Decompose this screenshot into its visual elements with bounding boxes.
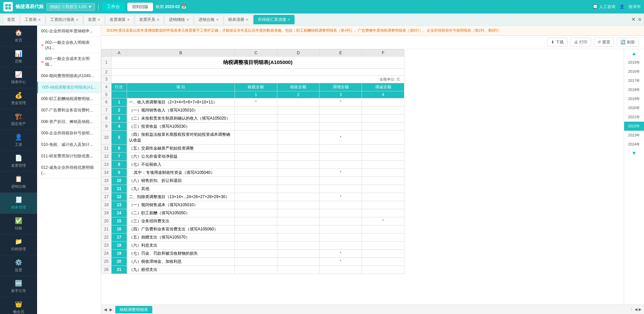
- val-12-4[interactable]: [362, 193, 404, 201]
- sidebar-item-assets[interactable]: 🏗️ 固定资产: [0, 109, 37, 130]
- val-4-2[interactable]: [277, 122, 319, 130]
- val-9-2[interactable]: [277, 168, 319, 177]
- sidebar-item-ledger[interactable]: 📊 总账: [0, 46, 37, 67]
- item-4[interactable]: （三）投资收益（填写A105030）: [127, 122, 235, 130]
- val-20-3[interactable]: *: [319, 257, 362, 265]
- year-2020[interactable]: 2020年: [624, 103, 644, 113]
- val-8-3[interactable]: [319, 160, 362, 168]
- switch-old-button[interactable]: 切到旧版: [127, 3, 153, 11]
- val-16-2[interactable]: [277, 225, 319, 233]
- val-21-3[interactable]: [319, 265, 362, 274]
- val-13-4[interactable]: [362, 201, 404, 209]
- year-nav-up[interactable]: ▲: [624, 49, 644, 58]
- item-18[interactable]: （六）利息支出: [127, 241, 235, 249]
- val-7-2[interactable]: [277, 152, 319, 160]
- val-6-4[interactable]: [362, 144, 404, 152]
- val-4-1[interactable]: [235, 122, 277, 130]
- tab-tax-settlement[interactable]: 所得税汇算清缴 ✕: [253, 15, 295, 24]
- sidebar-item-purchase[interactable]: 📋 进销台账: [0, 172, 37, 193]
- val-9-4[interactable]: [362, 168, 404, 177]
- item-11[interactable]: （九）其他: [127, 185, 235, 193]
- val-20-4[interactable]: [362, 257, 404, 265]
- sheet-tab-tax-adjust[interactable]: 纳税调整明细表: [115, 306, 152, 313]
- sub-item-012[interactable]: 012-减免企业所得税优惠明细(...: [37, 162, 101, 178]
- val-14-2[interactable]: [277, 209, 319, 217]
- item-9[interactable]: 其中：专项用途财政性资金（填写A105040）: [127, 168, 235, 177]
- user-avatar[interactable]: 👤: [619, 4, 624, 9]
- val-14-1[interactable]: [235, 209, 277, 217]
- val-5-3[interactable]: *: [319, 130, 362, 144]
- val-17-2[interactable]: [277, 233, 319, 241]
- sheet-scroll-right[interactable]: ▶: [639, 307, 641, 312]
- item-16[interactable]: （四）广告费和业务宣传费支出（填写A105060）: [127, 225, 235, 233]
- refresh-button[interactable]: 🔄 刷新: [617, 38, 639, 47]
- tab-purchase-ledger-close[interactable]: ✕: [216, 18, 219, 22]
- val-13-1[interactable]: [235, 201, 277, 209]
- val-3-3[interactable]: [319, 114, 362, 122]
- val-12-2[interactable]: [277, 193, 319, 201]
- sidebar-item-finance[interactable]: 💰 资金管理: [0, 88, 37, 109]
- val-13-3[interactable]: [319, 201, 362, 209]
- val-13-2[interactable]: [277, 201, 319, 209]
- sub-item-005[interactable]: 005-纳税调整项目明细表(A1...: [37, 82, 101, 93]
- item-12[interactable]: 二、扣除类调整项目（13+14+...24+26+27+28+29+30）: [127, 193, 235, 201]
- item-5[interactable]: （四）按权益法核算长期股权投资对初始投资成本调整确认收益: [127, 130, 235, 144]
- tab-invoice[interactable]: 发票 ✕: [84, 15, 104, 24]
- company-selector[interactable]: (物副) 江西股宝-LSS ▼: [47, 3, 95, 11]
- val-19-1[interactable]: [235, 249, 277, 257]
- val-10-3[interactable]: [319, 177, 362, 185]
- print-button[interactable]: 🖨 打印: [570, 38, 591, 47]
- year-2016[interactable]: 2016年: [624, 67, 644, 76]
- tabbar-menu-button[interactable]: ≡: [638, 17, 641, 23]
- workspace-button[interactable]: 工作台: [102, 2, 125, 11]
- tab-invoice-issue[interactable]: 发票开具 ✕: [135, 15, 164, 24]
- item-15[interactable]: （三）业务招待费支出: [127, 217, 235, 225]
- tab-salary-close[interactable]: ✕: [38, 18, 41, 22]
- close-all-tabs-button[interactable]: ✕: [631, 16, 636, 23]
- val-9-1[interactable]: [235, 168, 277, 177]
- tab-tax-settlement-close[interactable]: ✕: [287, 18, 290, 22]
- val-14-3[interactable]: [319, 209, 362, 217]
- val-12-1[interactable]: [235, 193, 277, 201]
- tab-salary-report-close[interactable]: ✕: [76, 18, 79, 22]
- tab-purchase-ledger[interactable]: 进销台账 ✕: [194, 15, 223, 24]
- spreadsheet[interactable]: A B C D E F 1 纳税调整项目明细表(A105000): [101, 49, 624, 305]
- val-4-3[interactable]: [319, 122, 362, 130]
- val-4-4[interactable]: [362, 122, 404, 130]
- year-2018[interactable]: 2018年: [624, 85, 644, 94]
- support-button[interactable]: 💬 人工咨询: [593, 4, 615, 10]
- tab-invoice-calc-close[interactable]: ✕: [127, 18, 130, 22]
- year-2017[interactable]: 2017年: [624, 76, 644, 85]
- val-14-4[interactable]: [362, 209, 404, 217]
- val-5-2[interactable]: [277, 130, 319, 144]
- sidebar-item-archive[interactable]: 📁 归档管理: [0, 234, 37, 255]
- year-2024[interactable]: 2024年: [624, 140, 644, 149]
- val-1-4[interactable]: [362, 98, 404, 106]
- reset-button[interactable]: ↺ 重置: [594, 38, 614, 47]
- val-7-4[interactable]: [362, 152, 404, 160]
- val-15-2[interactable]: [277, 217, 319, 225]
- val-11-4[interactable]: [362, 185, 404, 193]
- sub-item-004[interactable]: 004-期间费用明细表(A1040...: [37, 70, 101, 82]
- val-17-4[interactable]: [362, 233, 404, 241]
- sub-item-009[interactable]: 009-企业所得税弥补亏损明...: [37, 128, 101, 139]
- val-10-4[interactable]: [362, 177, 404, 185]
- item-21[interactable]: （九）赔偿支出: [127, 265, 235, 274]
- user-name[interactable]: 徐泽华: [628, 4, 641, 10]
- val-15-1[interactable]: [235, 217, 277, 225]
- val-11-3[interactable]: [319, 185, 362, 193]
- period-icon[interactable]: 📅: [181, 4, 186, 9]
- val-10-2[interactable]: [277, 177, 319, 185]
- tab-tax-list[interactable]: 税表清册 ✕: [224, 15, 253, 24]
- tab-invoice-close[interactable]: ✕: [97, 18, 100, 22]
- item-3[interactable]: （二）未按权责发生制原则确认的收入（填写A105020）: [127, 114, 235, 122]
- val-1-3[interactable]: *: [319, 98, 362, 106]
- val-10-1[interactable]: [235, 177, 277, 185]
- sub-item-003[interactable]: ⊗ 003-一般企业成本支出明细...: [37, 53, 101, 70]
- tab-invoice-issue-close[interactable]: ✕: [157, 18, 159, 22]
- val-1-2[interactable]: [277, 98, 319, 106]
- val-6-3[interactable]: [319, 144, 362, 152]
- val-2-1[interactable]: [235, 106, 277, 114]
- val-19-4[interactable]: [362, 249, 404, 257]
- val-18-1[interactable]: [235, 241, 277, 249]
